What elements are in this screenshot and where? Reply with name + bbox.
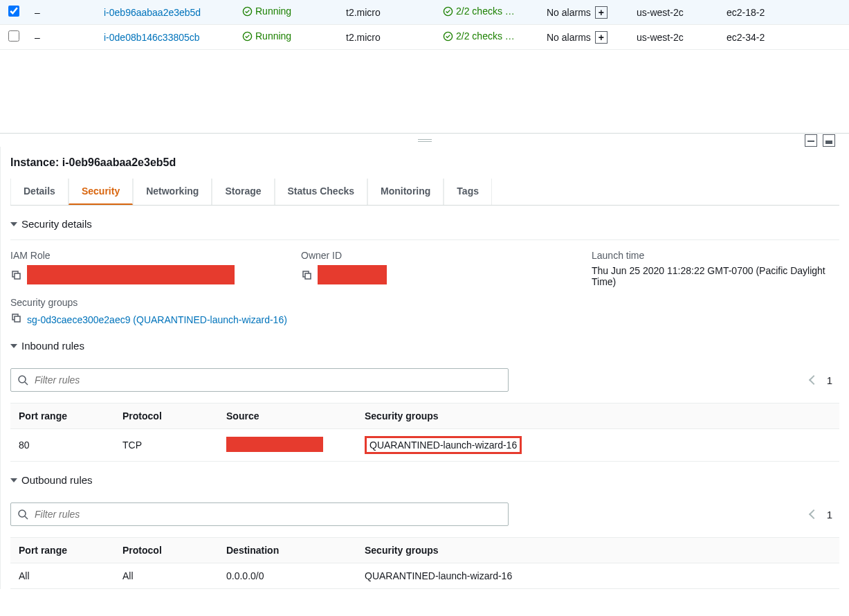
svg-rect-7 (15, 316, 20, 322)
instance-name: – (28, 25, 97, 50)
panel-maximize-button[interactable] (823, 134, 835, 147)
availability-zone: us-west-2c (630, 25, 720, 50)
instance-state: Running (242, 6, 291, 17)
alarm-status: No alarms (547, 32, 591, 43)
col-source[interactable]: Source (218, 404, 356, 429)
svg-point-10 (19, 376, 26, 383)
panel-resize-handle[interactable] (0, 133, 849, 147)
search-icon (17, 374, 28, 386)
outbound-filter-input[interactable] (10, 502, 509, 526)
svg-line-13 (25, 516, 28, 519)
iam-role-label: IAM Role (10, 250, 287, 261)
tab-status-checks[interactable]: Status Checks (275, 179, 367, 205)
port-value: All (10, 563, 114, 589)
check-circle-icon (443, 31, 453, 42)
status-checks[interactable]: 2/2 checks … (443, 6, 515, 17)
owner-id-redacted (318, 265, 387, 284)
col-port-range[interactable]: Port range (10, 404, 114, 429)
protocol-value: All (114, 563, 218, 589)
protocol-value: TCP (114, 429, 218, 462)
row-checkbox[interactable] (8, 6, 19, 17)
svg-point-12 (19, 510, 26, 517)
copy-icon[interactable] (10, 269, 21, 280)
security-group-value: QUARANTINED-launch-wizard-16 (356, 563, 839, 589)
page-number: 1 (827, 509, 832, 520)
status-checks[interactable]: 2/2 checks … (443, 30, 515, 42)
instance-id-link[interactable]: i-0eb96aabaa2e3eb5d (104, 7, 201, 18)
inbound-filter-input[interactable] (10, 368, 509, 392)
col-destination[interactable]: Destination (218, 538, 356, 563)
alarm-status: No alarms (547, 7, 591, 18)
instance-name: – (28, 0, 97, 25)
inbound-rules-table: Port range Protocol Source Security grou… (10, 403, 839, 462)
grip-icon (418, 139, 432, 142)
check-circle-icon (242, 6, 253, 17)
table-empty-area (0, 50, 849, 133)
outbound-rules-table: Port range Protocol Destination Security… (10, 537, 839, 589)
destination-value: 0.0.0.0/0 (218, 563, 356, 589)
instance-type: t2.micro (339, 0, 436, 25)
inbound-rules-toggle[interactable]: Inbound rules (10, 340, 839, 352)
instance-type: t2.micro (339, 25, 436, 50)
source-redacted (226, 437, 323, 452)
instance-state: Running (242, 30, 291, 42)
availability-zone: us-west-2c (630, 0, 720, 25)
security-details-toggle[interactable]: Security details (10, 218, 839, 230)
port-value: 80 (10, 429, 114, 462)
table-row[interactable]: – i-0de08b146c33805cb Running t2.micro 2… (0, 25, 849, 50)
tab-networking[interactable]: Networking (133, 179, 212, 205)
owner-id-label: Owner ID (301, 250, 578, 261)
search-icon (17, 509, 28, 520)
svg-line-11 (25, 382, 28, 385)
outbound-rules-toggle[interactable]: Outbound rules (10, 474, 839, 486)
launch-time-value: Thu Jun 25 2020 11:28:22 GMT-0700 (Pacif… (592, 265, 839, 287)
copy-icon[interactable] (301, 269, 312, 280)
tab-tags[interactable]: Tags (444, 179, 492, 205)
outbound-pagination: 1 (810, 509, 832, 520)
instances-table: – i-0eb96aabaa2e3eb5d Running t2.micro 2… (0, 0, 849, 50)
svg-rect-9 (305, 273, 311, 279)
security-group-highlighted: QUARANTINED-launch-wizard-16 (365, 436, 522, 454)
inbound-rule-row: 80 TCP QUARANTINED-launch-wizard-16 (10, 429, 839, 462)
copy-icon[interactable] (10, 312, 21, 323)
col-protocol[interactable]: Protocol (114, 538, 218, 563)
prev-page-button[interactable] (809, 375, 819, 385)
public-dns: ec2-18-2 (720, 0, 849, 25)
svg-rect-5 (15, 273, 20, 279)
collapse-icon (10, 222, 17, 226)
security-groups-label: Security groups (10, 297, 287, 308)
add-alarm-button[interactable]: + (595, 31, 608, 44)
add-alarm-button[interactable]: + (595, 6, 608, 19)
tab-details[interactable]: Details (10, 179, 69, 205)
check-circle-icon (242, 31, 253, 42)
table-row[interactable]: – i-0eb96aabaa2e3eb5d Running t2.micro 2… (0, 0, 849, 25)
instance-detail-panel: Instance: i-0eb96aabaa2e3eb5d Details Se… (0, 147, 849, 589)
detail-tabs: Details Security Networking Storage Stat… (10, 179, 839, 206)
outbound-rule-row: All All 0.0.0.0/0 QUARANTINED-launch-wiz… (10, 563, 839, 589)
security-details-grid: IAM Role Security groups sg-0d3caece300e… (10, 239, 839, 327)
panel-minimize-button[interactable] (805, 134, 817, 147)
security-group-link[interactable]: sg-0d3caece300e2aec9 (QUARANTINED-launch… (27, 312, 287, 327)
col-security-groups[interactable]: Security groups (356, 538, 839, 563)
col-protocol[interactable]: Protocol (114, 404, 218, 429)
col-port-range[interactable]: Port range (10, 538, 114, 563)
row-checkbox[interactable] (8, 30, 19, 42)
launch-time-label: Launch time (592, 250, 839, 261)
inbound-pagination: 1 (810, 374, 832, 386)
collapse-icon (10, 344, 17, 348)
tab-storage[interactable]: Storage (212, 179, 274, 205)
col-security-groups[interactable]: Security groups (356, 404, 839, 429)
tab-monitoring[interactable]: Monitoring (367, 179, 444, 205)
instance-id-link[interactable]: i-0de08b146c33805cb (104, 32, 200, 43)
prev-page-button[interactable] (809, 509, 819, 519)
page-number: 1 (827, 374, 832, 386)
collapse-icon (10, 478, 17, 482)
check-circle-icon (443, 6, 453, 17)
iam-role-redacted (27, 265, 235, 284)
tab-security[interactable]: Security (69, 179, 133, 205)
detail-title: Instance: i-0eb96aabaa2e3eb5d (10, 156, 839, 169)
public-dns: ec2-34-2 (720, 25, 849, 50)
